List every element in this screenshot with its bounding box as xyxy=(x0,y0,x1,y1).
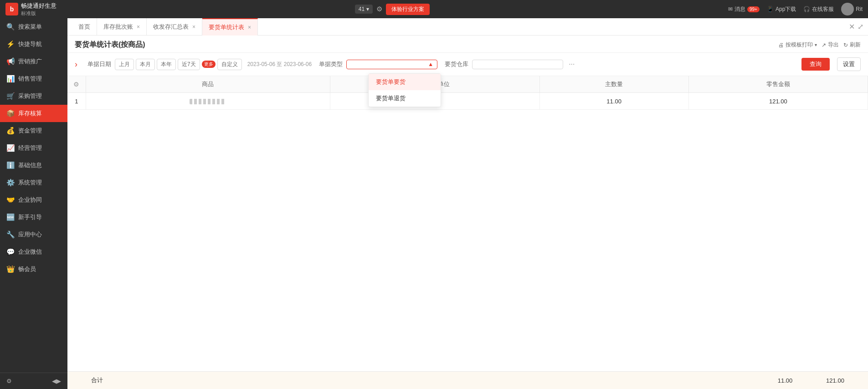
user-info[interactable]: Rit xyxy=(841,3,863,15)
print-button[interactable]: 🖨 按模板打印 ▾ xyxy=(778,41,817,49)
print-label: 按模板打印 xyxy=(786,41,813,49)
logo: b 畅捷通好生意 标准版 xyxy=(5,2,56,17)
cell-no: 1 xyxy=(67,93,86,110)
sidebar-item-guide[interactable]: 🆕 新手引导 xyxy=(0,209,67,226)
export-button[interactable]: ↗ 导出 xyxy=(822,41,839,49)
warehouse-filter-input[interactable] xyxy=(476,61,559,68)
type-filter-input-wrap[interactable]: ▲ xyxy=(346,60,437,69)
sidebar-label: 系统管理 xyxy=(18,179,42,187)
top-bar-right: ✉ 消息 99+ 📱 App下载 🎧 在线客服 Rit xyxy=(728,3,863,15)
refresh-button[interactable]: ↻ 刷新 xyxy=(843,41,861,49)
sidebar-item-member[interactable]: 👑 畅会员 xyxy=(0,261,67,278)
wechat-icon: 💬 xyxy=(6,248,15,256)
message-icon: ✉ xyxy=(728,6,733,12)
tab-label: 首页 xyxy=(78,23,90,31)
main-layout: 🔍 搜索菜单 ⚡ 快捷导航 📢 营销推广 📊 销售管理 🛒 采购管理 📦 xyxy=(0,18,868,389)
sidebar-settings-icon[interactable]: ⚙ xyxy=(6,378,12,384)
sidebar-label: 基础信息 xyxy=(18,161,42,169)
date-buttons: 上月 本月 本年 近7天 更多 自定义 xyxy=(115,59,242,70)
sidebar-item-purchase[interactable]: 🛒 采购管理 xyxy=(0,87,67,105)
chevron-up-icon[interactable]: ▲ xyxy=(428,61,433,67)
sidebar-item-system[interactable]: ⚙️ 系统管理 xyxy=(0,174,67,191)
user-name: Rit xyxy=(856,6,863,12)
col-settings: ⚙ xyxy=(67,76,86,93)
crown-icon: 👑 xyxy=(6,265,15,273)
sidebar-item-search[interactable]: 🔍 搜索菜单 xyxy=(0,18,67,36)
dropdown-item-order[interactable]: 要货单要货 xyxy=(369,74,441,90)
window-maximize-icon[interactable]: ⤢ xyxy=(858,22,863,31)
sidebar-item-inventory[interactable]: 📦 库存核算 xyxy=(0,105,67,122)
table-wrap: ⚙ 商品 主计量单位 主数量 零售金额 1 xyxy=(67,76,868,371)
online-service-btn[interactable]: 🎧 在线客服 xyxy=(803,5,834,13)
this-month-btn[interactable]: 本月 xyxy=(136,59,155,70)
column-settings-icon[interactable]: ⚙ xyxy=(73,81,79,88)
dropdown-item-return[interactable]: 要货单退货 xyxy=(369,90,441,107)
custom-date-btn[interactable]: 自定义 xyxy=(217,59,242,70)
type-filter-section: 单据类型 ▲ xyxy=(319,60,437,69)
sidebar-item-marketing[interactable]: 📢 营销推广 xyxy=(0,53,67,70)
type-filter-label: 单据类型 xyxy=(319,60,343,68)
settings-icon[interactable]: ⚙ xyxy=(376,5,382,13)
tab-end-buttons: ✕ ⤢ xyxy=(849,22,863,31)
content-area: 首页 库存批次账 × 收发存汇总表 × 要货单统计表 × ✕ ⤢ xyxy=(67,18,868,389)
warehouse-filter-section: 要货仓库 ··· xyxy=(445,60,575,69)
search-icon: 🔍 xyxy=(6,23,15,31)
sidebar-label: 营销推广 xyxy=(18,57,42,66)
footer-qty: 11.00 xyxy=(762,377,808,384)
sidebar-item-sales[interactable]: 📊 销售管理 xyxy=(0,70,67,87)
sidebar-label: 经营管理 xyxy=(18,144,42,152)
type-filter-input[interactable] xyxy=(350,61,428,68)
sidebar-item-quick-nav[interactable]: ⚡ 快捷导航 xyxy=(0,36,67,53)
top-bar: b 畅捷通好生意 标准版 41 ▾ ⚙ 体验行业方案 ✉ 消息 99+ 📱 xyxy=(0,0,868,18)
tab-label: 要货单统计表 xyxy=(209,23,244,31)
sidebar-label: 企业协同 xyxy=(18,196,42,204)
tab-bar: 首页 库存批次账 × 收发存汇总表 × 要货单统计表 × ✕ ⤢ xyxy=(67,18,868,36)
tab-close-icon[interactable]: × xyxy=(192,24,195,30)
last-month-btn[interactable]: 上月 xyxy=(115,59,134,70)
message-btn[interactable]: ✉ 消息 99+ xyxy=(728,5,760,13)
sidebar-item-wechat[interactable]: 💬 企业微信 xyxy=(0,243,67,261)
tab-receive-send[interactable]: 收发存汇总表 × xyxy=(147,18,202,36)
sidebar-item-app-center[interactable]: 🔧 应用中心 xyxy=(0,226,67,243)
refresh-label: 刷新 xyxy=(850,41,861,49)
this-year-btn[interactable]: 本年 xyxy=(157,59,176,70)
sidebar-item-basic-info[interactable]: ℹ️ 基础信息 xyxy=(0,157,67,174)
date-range-text: 2023-05-06 至 2023-06-06 xyxy=(247,61,312,68)
settings-button[interactable]: 设置 xyxy=(837,57,861,71)
megaphone-icon: 📢 xyxy=(6,57,15,66)
tab-close-icon[interactable]: × xyxy=(248,24,251,31)
trial-button[interactable]: 体验行业方案 xyxy=(386,4,430,15)
sidebar-item-finance[interactable]: 💰 资金管理 xyxy=(0,122,67,139)
warehouse-filter-input-wrap[interactable] xyxy=(472,60,563,69)
table-row: 1 块 11.00 121.00 xyxy=(67,93,868,110)
expand-icon[interactable]: › xyxy=(75,60,77,69)
tab-inventory-batch[interactable]: 库存批次账 × xyxy=(97,18,147,36)
app-download-btn[interactable]: 📱 App下载 xyxy=(767,5,796,13)
query-button[interactable]: 查询 xyxy=(801,58,830,71)
app-name: 畅捷通好生意 xyxy=(21,2,56,10)
col-amount: 零售金额 xyxy=(688,76,868,93)
date-filter-label: 单据日期 xyxy=(87,60,111,68)
more-options-icon[interactable]: ··· xyxy=(569,60,575,68)
cell-qty: 11.00 xyxy=(539,93,688,110)
more-date-badge[interactable]: 更多 xyxy=(202,61,216,68)
last-7-days-btn[interactable]: 近7天 xyxy=(178,59,200,70)
chevron-down-icon: ▾ xyxy=(815,42,817,47)
tab-order-stats[interactable]: 要货单统计表 × xyxy=(202,18,258,36)
page-title: 要货单统计表(按商品) xyxy=(75,40,145,50)
tool-icon: 🔧 xyxy=(6,230,15,239)
sidebar-item-cooperation[interactable]: 🤝 企业协同 xyxy=(0,191,67,209)
sidebar-bottom: ⚙ ◀▶ xyxy=(0,373,67,389)
page-header-actions: 🖨 按模板打印 ▾ ↗ 导出 ↻ 刷新 xyxy=(778,41,861,49)
store-name: 41 xyxy=(359,6,365,12)
lightning-icon: ⚡ xyxy=(6,40,15,48)
sidebar-item-operations[interactable]: 📈 经营管理 xyxy=(0,139,67,157)
sidebar-collapse-icon[interactable]: ◀▶ xyxy=(52,378,61,384)
cart-icon: 🛒 xyxy=(6,92,15,100)
tab-close-icon[interactable]: × xyxy=(137,24,140,30)
trend-icon: 📈 xyxy=(6,144,15,152)
window-close-icon[interactable]: ✕ xyxy=(849,22,855,31)
store-selector[interactable]: 41 ▾ xyxy=(355,5,373,14)
app-sub: 标准版 xyxy=(21,10,56,17)
tab-home[interactable]: 首页 xyxy=(72,18,97,36)
